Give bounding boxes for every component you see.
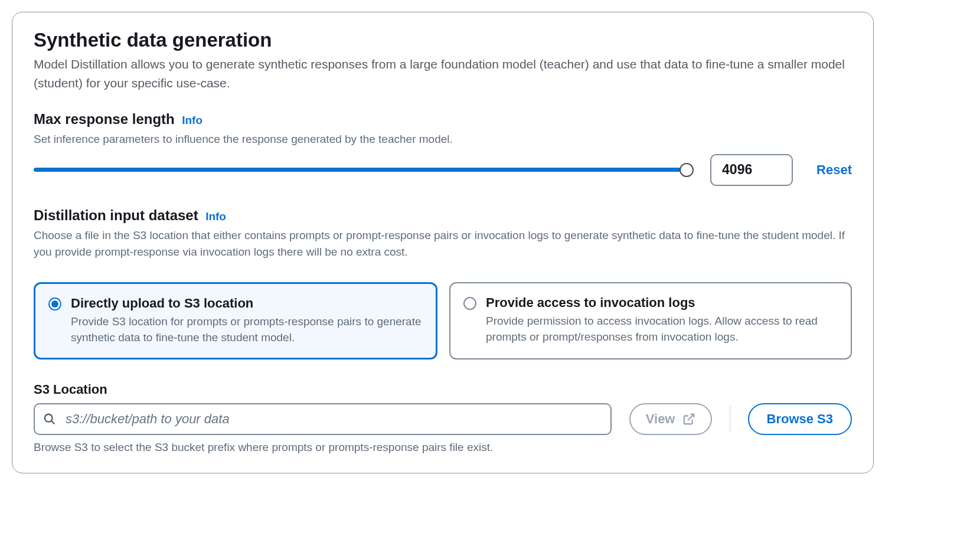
radio-unselected-icon: [463, 297, 476, 310]
panel-description: Model Distillation allows you to generat…: [34, 55, 852, 92]
s3-location-input[interactable]: [34, 403, 612, 435]
option-invocation-title: Provide access to invocation logs: [486, 295, 838, 311]
vertical-divider: [730, 406, 730, 433]
panel-title: Synthetic data generation: [34, 29, 852, 51]
option-upload-title: Directly upload to S3 location: [71, 296, 423, 311]
synthetic-data-panel: Synthetic data generation Model Distilla…: [12, 12, 874, 473]
s3-help-text: Browse S3 to select the S3 bucket prefix…: [34, 441, 852, 454]
distillation-subtext: Choose a file in the S3 location that ei…: [34, 227, 852, 261]
svg-line-1: [51, 420, 55, 424]
external-link-icon: [682, 413, 695, 426]
option-invocation-logs[interactable]: Provide access to invocation logs Provid…: [449, 282, 852, 359]
distillation-heading: Distillation input dataset: [34, 207, 198, 223]
max-response-slider[interactable]: [34, 163, 687, 177]
option-upload-s3[interactable]: Directly upload to S3 location Provide S…: [34, 282, 437, 359]
option-invocation-desc: Provide permission to access invocation …: [486, 313, 838, 345]
max-response-subtext: Set inference parameters to influence th…: [34, 131, 852, 148]
radio-selected-icon: [48, 298, 61, 311]
slider-thumb-icon[interactable]: [680, 163, 694, 177]
svg-point-0: [45, 414, 53, 421]
max-response-value-input[interactable]: [710, 154, 793, 186]
reset-button[interactable]: Reset: [816, 162, 852, 178]
svg-line-2: [688, 414, 694, 420]
max-response-heading: Max response length: [34, 111, 175, 127]
view-button-label: View: [646, 411, 675, 427]
max-response-info-link[interactable]: Info: [182, 114, 202, 126]
distillation-section: Distillation input dataset Info Choose a…: [34, 207, 852, 454]
view-button[interactable]: View: [629, 403, 712, 435]
distillation-info-link[interactable]: Info: [205, 210, 226, 223]
option-upload-desc: Provide S3 location for prompts or promp…: [71, 313, 423, 346]
max-response-section: Max response length Info Set inference p…: [34, 111, 852, 186]
s3-location-label: S3 Location: [34, 382, 852, 397]
browse-s3-button[interactable]: Browse S3: [748, 403, 852, 435]
search-icon: [43, 413, 56, 426]
